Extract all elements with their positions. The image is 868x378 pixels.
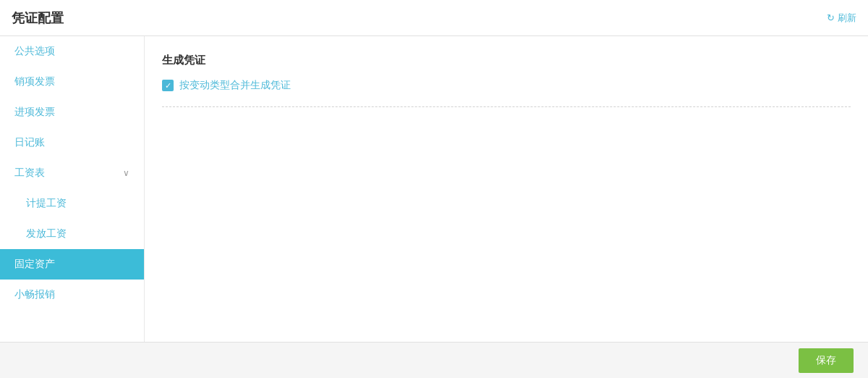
sidebar-item-purchase-invoice[interactable]: 进项发票 xyxy=(0,97,144,127)
sidebar-item-journal[interactable]: 日记账 xyxy=(0,127,144,158)
chevron-down-icon: ∨ xyxy=(123,168,129,178)
sidebar-item-label: 工资表 xyxy=(14,167,45,180)
sidebar-item-label: 发放工资 xyxy=(26,227,67,240)
refresh-icon: ↻ xyxy=(827,12,835,23)
section-divider xyxy=(162,106,851,107)
merge-by-type-checkbox[interactable] xyxy=(162,80,174,91)
refresh-button[interactable]: ↻ 刷新 xyxy=(827,12,856,25)
sidebar: 公共选项 销项发票 进项发票 日记账 工资表 ∨ 计提工资 发放工资 固定资 xyxy=(0,36,145,342)
save-button[interactable]: 保存 xyxy=(799,348,854,373)
refresh-label: 刷新 xyxy=(838,12,856,25)
section-title: 生成凭证 xyxy=(162,54,851,67)
sidebar-item-sales-invoice[interactable]: 销项发票 xyxy=(0,67,144,97)
page-wrapper: 凭证配置 ↻ 刷新 公共选项 销项发票 进项发票 日记账 工资表 ∨ xyxy=(0,0,868,378)
merge-by-type-label[interactable]: 按变动类型合并生成凭证 xyxy=(179,79,291,92)
sidebar-item-expense-claim[interactable]: 小畅报销 xyxy=(0,280,144,310)
sidebar-item-label: 销项发票 xyxy=(14,75,55,88)
sidebar-item-label: 日记账 xyxy=(14,136,45,149)
sidebar-item-pay-salary[interactable]: 发放工资 xyxy=(0,219,144,249)
sidebar-item-label: 公共选项 xyxy=(14,45,55,58)
sidebar-item-label: 计提工资 xyxy=(26,197,67,210)
sidebar-item-payroll-table[interactable]: 工资表 ∨ xyxy=(0,158,144,188)
sidebar-item-label: 小畅报销 xyxy=(14,288,55,301)
main-content: 公共选项 销项发票 进项发票 日记账 工资表 ∨ 计提工资 发放工资 固定资 xyxy=(0,36,868,342)
checkbox-row: 按变动类型合并生成凭证 xyxy=(162,79,851,92)
sidebar-item-calc-salary[interactable]: 计提工资 xyxy=(0,188,144,219)
page-title: 凭证配置 xyxy=(12,9,64,27)
footer: 保存 xyxy=(0,342,868,378)
sidebar-item-public-options[interactable]: 公共选项 xyxy=(0,36,144,67)
sidebar-item-label: 固定资产 xyxy=(14,258,55,271)
sidebar-item-label: 进项发票 xyxy=(14,106,55,119)
sidebar-item-fixed-assets[interactable]: 固定资产 xyxy=(0,249,144,280)
content-area: 生成凭证 按变动类型合并生成凭证 xyxy=(145,36,868,342)
header: 凭证配置 ↻ 刷新 xyxy=(0,0,868,36)
